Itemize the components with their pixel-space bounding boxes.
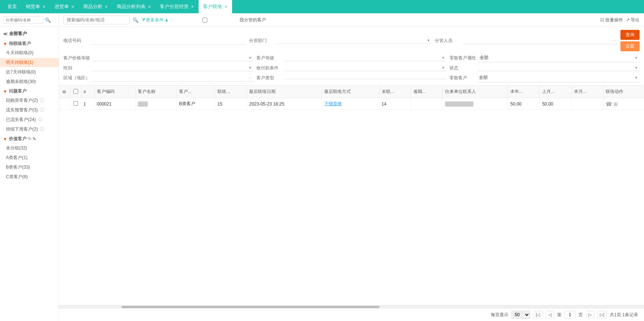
close-purchase-icon[interactable]: ✕ bbox=[71, 4, 74, 9]
refresh-icon[interactable]: ↻ bbox=[28, 137, 31, 141]
col-unit-contact[interactable]: 往来单位联系人 bbox=[442, 86, 508, 98]
phone-input[interactable] bbox=[91, 37, 246, 45]
per-page-label: 每页显示 bbox=[491, 312, 508, 318]
gender-chevron-icon: ▼ bbox=[248, 66, 252, 70]
my-customers-checkbox[interactable] bbox=[172, 18, 238, 23]
all-customers-title[interactable]: ≪ 全部客户 bbox=[3, 29, 56, 38]
payment-label: 收付款条件 bbox=[256, 65, 282, 71]
col-this-year[interactable]: 本年... bbox=[508, 86, 540, 98]
col-action: 联络动作 bbox=[603, 86, 644, 98]
sidebar-item-churn-warning[interactable]: 流失预警客户(3) ⓘ bbox=[0, 106, 59, 115]
sidebar-item-a-class[interactable]: A类客户(1) bbox=[0, 153, 59, 162]
col-last-date[interactable]: 最后联络日期 bbox=[247, 86, 322, 98]
col-last-method[interactable]: 最后联络方式 bbox=[322, 86, 379, 98]
col-settings[interactable]: ⚙ bbox=[59, 86, 70, 98]
gender-filter: 性别 ▼ bbox=[63, 65, 253, 71]
close-customer-seg-icon[interactable]: ✕ bbox=[191, 4, 194, 9]
filter-icon: ⧩ bbox=[141, 17, 145, 23]
nav-customer-contact[interactable]: 客户联络 ✕ bbox=[199, 0, 232, 13]
page-suffix: 页 bbox=[578, 312, 583, 318]
sidebar-item-overdue-pending[interactable]: 逾期未联络(30) bbox=[0, 77, 59, 86]
checkbox-bulk-icon: ☑ bbox=[600, 17, 604, 23]
col-name[interactable]: 客户名称 bbox=[136, 86, 177, 98]
sidebar-item-b-class[interactable]: B类客户(33) bbox=[0, 163, 59, 172]
next-page-btn[interactable]: ▷ bbox=[586, 311, 594, 318]
search-input[interactable] bbox=[63, 15, 130, 24]
dept-select[interactable]: ▼ bbox=[277, 37, 432, 44]
sidebar-search-input[interactable] bbox=[3, 16, 43, 24]
sidebar-item-c-class[interactable]: C类客户(6) bbox=[0, 172, 59, 182]
nav-analysis-list[interactable]: 商品分析列表 ✕ bbox=[112, 0, 155, 13]
customer-level-select[interactable]: ▼ bbox=[284, 55, 447, 61]
page-input[interactable] bbox=[564, 311, 575, 318]
customer-type-label: 客户类型 bbox=[256, 75, 282, 81]
customer-level-label: 客户等级 bbox=[256, 55, 282, 61]
nav-customer-seg[interactable]: 客户分层经营 ✕ bbox=[155, 0, 199, 13]
per-page-select[interactable]: 50 100 200 bbox=[511, 311, 530, 319]
col-last-month[interactable]: 上月... bbox=[540, 86, 571, 98]
sidebar-item-repurchase-anomaly[interactable]: 回购异常客户(2) ⓘ bbox=[0, 96, 59, 105]
manager-select[interactable]: ··· bbox=[463, 37, 617, 44]
gender-label: 性别 bbox=[63, 65, 89, 71]
prev-page-btn[interactable]: ◁ bbox=[546, 311, 554, 318]
sidebar-item-tomorrow-pending[interactable]: 明天待联络(1) bbox=[0, 58, 59, 67]
table-footer: 每页显示 50 100 200 |◁ ◁ 第 页 ▷ ▷| 共1页 1条记录 bbox=[59, 308, 644, 321]
sidebar-item-declining[interactable]: 持续下滑客户(2) ⓘ bbox=[0, 125, 59, 134]
filter-bar: 🔍 ⧩ 更多条件 ▲ 我分管的客户 ☑ 批量操作 ↗ 导出 bbox=[59, 13, 644, 27]
select-all-checkbox[interactable] bbox=[73, 89, 78, 94]
last-page-btn[interactable]: ▷| bbox=[597, 311, 607, 318]
row-last-method[interactable]: 下销货单 bbox=[322, 98, 379, 110]
scroll-thumb[interactable] bbox=[122, 306, 379, 308]
first-page-btn[interactable]: |◁ bbox=[533, 311, 543, 318]
row-unit-contact: blurred bbox=[442, 98, 508, 110]
sidebar-item-today-pending[interactable]: 今天待联络(0) bbox=[0, 48, 59, 58]
filter-actions: 查询 设置 bbox=[620, 30, 640, 51]
col-contact-count[interactable]: 联络... bbox=[215, 86, 247, 98]
grid-action-icon[interactable]: ⊞ bbox=[613, 101, 618, 107]
query-btn[interactable]: 查询 bbox=[620, 30, 640, 40]
sidebar-search-icon[interactable]: 🔍 bbox=[45, 17, 51, 23]
status-select[interactable]: ▼ bbox=[477, 65, 640, 71]
pending-section-header: ▼ 待联络客户 bbox=[0, 39, 59, 48]
close-analysis-icon[interactable]: ✕ bbox=[105, 4, 108, 9]
nav-home[interactable]: 首页 bbox=[3, 0, 21, 13]
row-name[interactable]: Ea bbox=[136, 98, 177, 110]
row-overdue bbox=[411, 98, 442, 110]
edit-icon[interactable]: ✎ bbox=[32, 137, 36, 142]
collapse-icon: ≪ bbox=[3, 31, 8, 37]
col-type[interactable]: 客户... bbox=[176, 86, 215, 98]
horizontal-scrollbar[interactable] bbox=[59, 305, 644, 308]
gender-select[interactable]: ▼ bbox=[91, 65, 253, 71]
sidebar-item-ungrouped[interactable]: 未分组(32) bbox=[0, 144, 59, 153]
sidebar-item-7day-pending[interactable]: 近7天待联络(0) bbox=[0, 68, 59, 77]
settings-btn[interactable]: 设置 bbox=[620, 41, 640, 51]
retail-attr-select[interactable]: 全部 ▼ bbox=[478, 54, 640, 62]
phone-action-icon[interactable]: ☎ bbox=[606, 101, 612, 107]
nav-purchase[interactable]: 进货单 ✕ bbox=[50, 0, 79, 13]
value-section-header: ▼ 价值客户 ↻ ✎ bbox=[0, 134, 59, 144]
export-btn[interactable]: ↗ 导出 bbox=[626, 17, 640, 23]
sidebar-all-customers: ≪ 全部客户 bbox=[0, 27, 59, 39]
table-header-row: ⚙ # 客户编码 客户名称 客户... bbox=[59, 86, 644, 98]
retail-customer-select[interactable]: 全部 ▼ bbox=[477, 73, 640, 82]
col-uncontacted[interactable]: 未联... bbox=[379, 86, 411, 98]
customer-value-select[interactable]: ▼ bbox=[92, 55, 253, 61]
payment-select[interactable]: ▼ bbox=[284, 65, 447, 71]
nav-analysis[interactable]: 商品分析 ✕ bbox=[79, 0, 112, 13]
col-code[interactable]: 客户编码 bbox=[94, 86, 136, 98]
bulk-op-btn[interactable]: ☑ 批量操作 bbox=[600, 17, 623, 23]
row-checkbox[interactable] bbox=[73, 101, 78, 106]
more-conditions-btn[interactable]: ⧩ 更多条件 ▲ bbox=[141, 17, 169, 23]
close-analysis-list-icon[interactable]: ✕ bbox=[148, 4, 151, 9]
payment-filter: 收付款条件 ▼ bbox=[256, 65, 447, 71]
my-customers-checkbox-area[interactable]: 我分管的客户 bbox=[172, 17, 266, 23]
col-overdue[interactable]: 逾期... bbox=[411, 86, 442, 98]
region-select[interactable]: ··· bbox=[92, 75, 253, 82]
nav-sales[interactable]: 销货单 ✕ bbox=[21, 0, 50, 13]
close-customer-contact-icon[interactable]: ✕ bbox=[224, 4, 228, 9]
col-this-month[interactable]: 本月... bbox=[571, 86, 603, 98]
customer-type-select[interactable] bbox=[284, 77, 447, 79]
close-sales-icon[interactable]: ✕ bbox=[42, 4, 46, 9]
search-button[interactable]: 🔍 bbox=[133, 17, 139, 23]
sidebar-item-churned[interactable]: 已流失客户(24) ⓘ bbox=[0, 115, 59, 124]
